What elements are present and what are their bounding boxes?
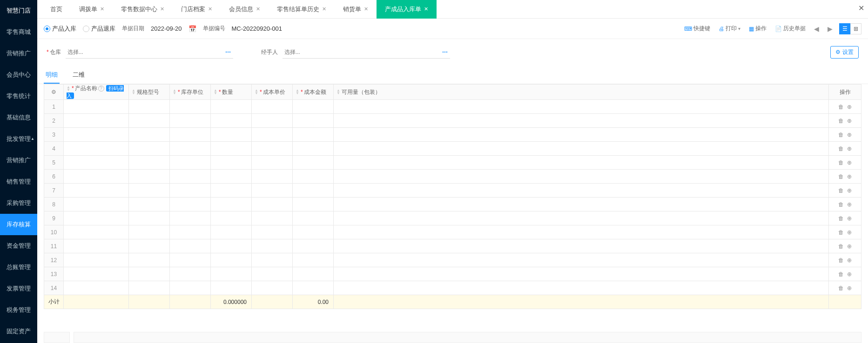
cell-product[interactable] <box>64 170 129 184</box>
cell-unit[interactable] <box>170 211 211 225</box>
copy-icon[interactable]: ⊕ <box>847 173 852 180</box>
cell-qty[interactable] <box>211 170 252 184</box>
cell-spec[interactable] <box>129 267 170 281</box>
copy-icon[interactable]: ⊕ <box>847 132 852 138</box>
close-all-tabs-icon[interactable]: ✕ <box>858 4 864 13</box>
cell-unit[interactable] <box>170 281 211 295</box>
cell-qty[interactable] <box>211 184 252 198</box>
col-unit[interactable]: ▲▼*库存单位 <box>170 85 211 100</box>
delete-icon[interactable]: 🗑 <box>838 104 844 110</box>
copy-icon[interactable]: ⊕ <box>847 257 852 264</box>
cell-spec[interactable] <box>129 156 170 170</box>
copy-icon[interactable]: ⊕ <box>847 285 852 291</box>
sort-icon[interactable]: ▲▼ <box>132 89 135 95</box>
sidebar-item[interactable]: 零售商城 <box>0 21 37 43</box>
delete-icon[interactable]: 🗑 <box>838 285 844 291</box>
sidebar-item[interactable]: 智慧门店 <box>0 0 37 21</box>
cell-available[interactable] <box>334 225 829 239</box>
cell-qty[interactable] <box>211 211 252 225</box>
cell-unit[interactable] <box>170 100 211 114</box>
close-icon[interactable]: ✕ <box>364 6 368 12</box>
delete-icon[interactable]: 🗑 <box>838 132 844 138</box>
cell-cost-amount[interactable] <box>293 170 334 184</box>
col-cost-amount[interactable]: ▲▼*成本金额 <box>293 85 334 100</box>
history-button[interactable]: 📄历史单据 <box>773 23 807 34</box>
cell-available[interactable] <box>334 198 829 211</box>
cell-unit[interactable] <box>170 114 211 128</box>
handler-select[interactable]: ⋯ <box>283 46 450 59</box>
cell-available[interactable] <box>334 114 829 128</box>
cell-cost-price[interactable] <box>252 198 293 211</box>
table-row[interactable]: 2🗑 ⊕ <box>44 114 861 128</box>
warehouse-select[interactable]: ⋯ <box>66 46 233 59</box>
handler-input[interactable] <box>284 49 448 55</box>
col-gear[interactable]: ⚙ <box>44 85 64 100</box>
col-available[interactable]: ▲▼可用量（包装） <box>334 85 829 100</box>
sidebar-item[interactable]: 总账管理 <box>0 257 37 278</box>
cell-cost-price[interactable] <box>252 211 293 225</box>
settings-button[interactable]: ⚙ 设置 <box>830 46 859 59</box>
cell-spec[interactable] <box>129 100 170 114</box>
shortcut-button[interactable]: ⌨快捷键 <box>682 23 712 34</box>
gear-icon[interactable]: ⚙ <box>51 89 56 95</box>
sort-icon[interactable]: ▲▼ <box>296 89 299 95</box>
cell-spec[interactable] <box>129 184 170 198</box>
sidebar-item[interactable]: 资金管理 <box>0 235 37 257</box>
cell-spec[interactable] <box>129 211 170 225</box>
copy-icon[interactable]: ⊕ <box>847 201 852 208</box>
cell-cost-price[interactable] <box>252 114 293 128</box>
table-row[interactable]: 6🗑 ⊕ <box>44 170 861 184</box>
cell-cost-price[interactable] <box>252 267 293 281</box>
sidebar-item[interactable]: 营销推广 <box>0 150 37 171</box>
col-spec[interactable]: ▲▼规格型号 <box>129 85 170 100</box>
delete-icon[interactable]: 🗑 <box>838 173 844 180</box>
cell-cost-amount[interactable] <box>293 239 334 253</box>
date-value[interactable]: 2022-09-20 <box>151 25 182 32</box>
cell-cost-amount[interactable] <box>293 253 334 267</box>
cell-available[interactable] <box>334 170 829 184</box>
delete-icon[interactable]: 🗑 <box>838 187 844 194</box>
delete-icon[interactable]: 🗑 <box>838 215 844 222</box>
cell-cost-amount[interactable] <box>293 225 334 239</box>
tab[interactable]: 首页 <box>42 0 71 19</box>
table-row[interactable]: 4🗑 ⊕ <box>44 142 861 156</box>
table-row[interactable]: 13🗑 ⊕ <box>44 267 861 281</box>
sidebar-item[interactable]: 发票管理 <box>0 278 37 299</box>
delete-icon[interactable]: 🗑 <box>838 118 844 124</box>
cell-unit[interactable] <box>170 184 211 198</box>
cell-cost-amount[interactable] <box>293 211 334 225</box>
delete-icon[interactable]: 🗑 <box>838 159 844 166</box>
cell-qty[interactable] <box>211 142 252 156</box>
tab[interactable]: 门店档案✕ <box>173 0 221 19</box>
cell-cost-price[interactable] <box>252 170 293 184</box>
cell-cost-price[interactable] <box>252 225 293 239</box>
cell-spec[interactable] <box>129 239 170 253</box>
cell-unit[interactable] <box>170 198 211 211</box>
col-qty[interactable]: ▲▼*数量 <box>211 85 252 100</box>
cell-unit[interactable] <box>170 128 211 142</box>
table-row[interactable]: 14🗑 ⊕ <box>44 281 861 295</box>
warehouse-input[interactable] <box>67 49 231 55</box>
cell-available[interactable] <box>334 267 829 281</box>
sort-icon[interactable]: ▲▼ <box>67 86 70 92</box>
copy-icon[interactable]: ⊕ <box>847 159 852 166</box>
tab[interactable]: 会员信息✕ <box>221 0 269 19</box>
cell-cost-price[interactable] <box>252 100 293 114</box>
print-button[interactable]: 🖨打印▾ <box>717 23 742 34</box>
sort-icon[interactable]: ▲▼ <box>336 89 340 95</box>
table-row[interactable]: 11🗑 ⊕ <box>44 239 861 253</box>
table-row[interactable]: 12🗑 ⊕ <box>44 253 861 267</box>
table-row[interactable]: 10🗑 ⊕ <box>44 225 861 239</box>
cell-qty[interactable] <box>211 100 252 114</box>
copy-icon[interactable]: ⊕ <box>847 145 852 152</box>
cell-product[interactable] <box>64 184 129 198</box>
cell-product[interactable] <box>64 239 129 253</box>
sidebar-item[interactable]: 采购管理 <box>0 192 37 214</box>
cell-unit[interactable] <box>170 267 211 281</box>
table-row[interactable]: 5🗑 ⊕ <box>44 156 861 170</box>
tab[interactable]: 销货单✕ <box>335 0 377 19</box>
tab[interactable]: 零售结算单历史✕ <box>269 0 335 19</box>
delete-icon[interactable]: 🗑 <box>838 201 844 208</box>
cell-unit[interactable] <box>170 239 211 253</box>
cell-product[interactable] <box>64 267 129 281</box>
